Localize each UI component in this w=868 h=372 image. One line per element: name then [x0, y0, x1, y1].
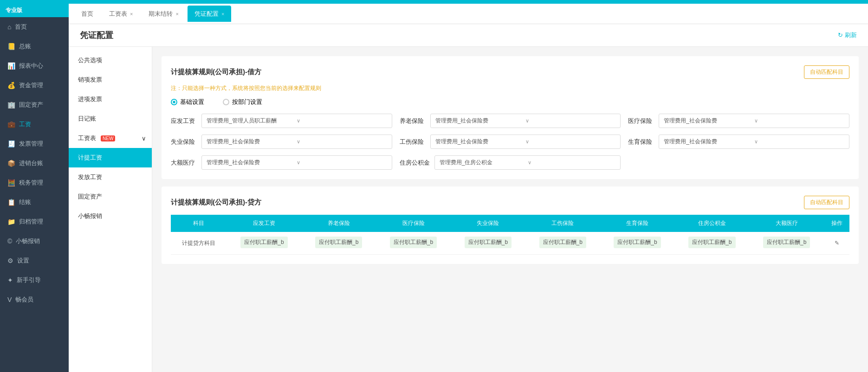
debit-auto-match-button[interactable]: 自动匹配科目 — [804, 65, 849, 79]
radio-department[interactable]: 按部门设置 — [223, 98, 262, 106]
sidebar-item-label: 新手引导 — [17, 276, 41, 284]
left-menu-item-sales-invoice[interactable]: 销项发票 — [69, 70, 152, 90]
sidebar-item-inventory[interactable]: 📦 进销台账 — [0, 154, 69, 173]
xiaochang-icon: © — [7, 237, 12, 245]
shiye-select[interactable]: 管理费用_社会保险费 ∨ — [201, 135, 392, 149]
col-yiliao: 医疗保险 — [376, 215, 451, 232]
tab-period-close[interactable]: 期末结转 × — [142, 6, 185, 22]
reports-icon: 📊 — [7, 62, 15, 70]
col-gongshang: 工伤保险 — [525, 215, 600, 232]
cell-subject: 计提贷方科目 — [171, 232, 227, 255]
left-menu-item-fixed-assets[interactable]: 固定资产 — [69, 187, 152, 206]
left-menu-item-xiaochang-expense[interactable]: 小畅报销 — [69, 206, 152, 226]
tab-close-period[interactable]: × — [175, 11, 178, 17]
left-menu-item-journal[interactable]: 日记账 — [69, 109, 152, 128]
credit-section-title: 计提核算规则(公司承担)-贷方 — [171, 198, 261, 207]
inventory-icon: 📦 — [7, 160, 15, 167]
edit-icon[interactable]: ✎ — [835, 240, 839, 246]
radio-group: 基础设置 按部门设置 — [171, 98, 849, 106]
credit-table: 科目 应发工资 养老保险 医疗保险 失业保险 工伤保险 生育保险 住房公积金 大… — [171, 215, 849, 255]
chevron-down-icon: ∨ — [297, 139, 387, 145]
dayiliao-select[interactable]: 管理费用_社会保险费 ∨ — [201, 155, 392, 170]
chevron-down-icon: ∨ — [142, 135, 146, 142]
debit-warning: 注：只能选择一种方式，系统将按照您当前的选择来配置规则 — [171, 84, 849, 92]
ledger-icon: 📒 — [7, 43, 15, 50]
tab-home[interactable]: 首页 — [74, 6, 100, 22]
left-menu-item-purchase-invoice[interactable]: 进项发票 — [69, 90, 152, 109]
chevron-down-icon: ∨ — [754, 118, 844, 124]
sidebar-item-xiaochang[interactable]: © 小畅报销 — [0, 231, 69, 251]
col-yingfa: 应发工资 — [227, 215, 302, 232]
tab-close-voucher[interactable]: × — [221, 11, 224, 17]
cell-yanglao: 应付职工薪酬_b — [301, 232, 376, 255]
col-subject: 科目 — [171, 215, 227, 232]
gongjijin-select[interactable]: 管理费用_住房公积金 ∨ — [434, 155, 621, 170]
left-menu-item-pay-salary[interactable]: 发放工资 — [69, 167, 152, 187]
sidebar-item-member[interactable]: V 畅会员 — [0, 290, 69, 309]
settings-icon: ⚙ — [7, 257, 13, 264]
radio-basic[interactable]: 基础设置 — [171, 98, 204, 106]
debit-section: 计提核算规则(公司承担)-借方 自动匹配科目 注：只能选择一种方式，系统将按照您… — [162, 56, 859, 179]
field-gongjijin: 住房公积金 管理费用_住房公积金 ∨ — [400, 155, 621, 170]
sidebar-item-label: 设置 — [17, 257, 29, 265]
sidebar-item-ledger[interactable]: 📒 总账 — [0, 37, 69, 56]
member-icon: V — [7, 296, 12, 303]
form-row-1: 应发工资 管理费用_管理人员职工薪酬 ∨ 养老保险 管理费用_社会保险费 — [171, 114, 849, 128]
col-shengyu: 生育保险 — [600, 215, 675, 232]
cell-gongjijin: 应付职工薪酬_b — [674, 232, 749, 255]
sidebar-item-tax[interactable]: 🧮 税务管理 — [0, 173, 69, 192]
credit-section: 计提核算规则(公司承担)-贷方 自动匹配科目 科目 应发工资 养老保险 医疗保险… — [162, 186, 859, 264]
refresh-button[interactable]: ↻ 刷新 — [838, 31, 857, 39]
col-yanglao: 养老保险 — [301, 215, 376, 232]
field-shiye: 失业保险 管理费用_社会保险费 ∨ — [171, 135, 392, 149]
chevron-down-icon: ∨ — [754, 139, 844, 145]
tab-voucher-config[interactable]: 凭证配置 × — [188, 6, 231, 22]
yingfa-select[interactable]: 管理费用_管理人员职工薪酬 ∨ — [201, 114, 392, 128]
sidebar-item-invoice[interactable]: 🧾 发票管理 — [0, 134, 69, 154]
archive-icon: 📁 — [7, 218, 15, 225]
sidebar-item-assets[interactable]: 🏢 固定资产 — [0, 95, 69, 115]
main-area: 首页 工资表 × 期末结转 × 凭证配置 × 凭证配置 ↻ 刷新 — [69, 4, 868, 372]
cell-yingfa: 应付职工薪酬_b — [227, 232, 302, 255]
yiliao-select[interactable]: 管理费用_社会保险费 ∨ — [659, 114, 849, 128]
sidebar-item-archive[interactable]: 📁 归档管理 — [0, 212, 69, 231]
yingfa-label: 应发工资 — [171, 117, 197, 125]
yanglao-select[interactable]: 管理费用_社会保险费 ∨ — [430, 114, 621, 128]
sidebar-item-salary[interactable]: 💼 工资 — [0, 115, 69, 134]
credit-section-header: 计提核算规则(公司承担)-贷方 自动匹配科目 — [171, 196, 849, 209]
app-logo: 专业版 — [0, 4, 69, 17]
sidebar-item-guide[interactable]: ✦ 新手引导 — [0, 270, 69, 290]
main-panel: 计提核算规则(公司承担)-借方 自动匹配科目 注：只能选择一种方式，系统将按照您… — [152, 47, 868, 372]
left-menu-item-accrual-salary[interactable]: 计提工资 — [69, 148, 152, 167]
sidebar-item-reports[interactable]: 📊 报表中心 — [0, 56, 69, 76]
cell-yiliao: 应付职工薪酬_b — [376, 232, 451, 255]
dayiliao-label: 大额医疗 — [171, 159, 197, 167]
field-dayiliao: 大额医疗 管理费用_社会保险费 ∨ — [171, 155, 392, 170]
sidebar-item-label: 发票管理 — [19, 140, 43, 148]
shengyu-select[interactable]: 管理费用_社会保险费 ∨ — [659, 135, 849, 149]
sidebar-item-label: 结账 — [19, 198, 31, 206]
sidebar-item-label: 小畅报销 — [16, 237, 40, 245]
left-menu-item-salary-table[interactable]: 工资表 NEW ∨ — [69, 128, 152, 148]
home-icon: ⌂ — [7, 23, 11, 31]
tab-close-salary[interactable]: × — [130, 11, 133, 17]
sidebar-item-close[interactable]: 📋 结账 — [0, 192, 69, 212]
sidebar-item-label: 归档管理 — [19, 218, 43, 226]
sidebar: 专业版 ⌂ 首页 📒 总账 📊 报表中心 💰 资金管理 🏢 固定资产 💼 工资 … — [0, 4, 69, 372]
yiliao-label: 医疗保险 — [628, 117, 654, 125]
left-menu-item-public[interactable]: 公共选项 — [69, 51, 152, 70]
col-gongjijin: 住房公积金 — [674, 215, 749, 232]
chevron-down-icon: ∨ — [297, 160, 387, 166]
credit-auto-match-button[interactable]: 自动匹配科目 — [804, 196, 849, 209]
page-header: 凭证配置 ↻ 刷新 — [69, 24, 868, 47]
sidebar-item-funds[interactable]: 💰 资金管理 — [0, 76, 69, 95]
table-row: 计提贷方科目 应付职工薪酬_b 应付职工薪酬_b 应付职工薪酬_b — [171, 232, 849, 255]
gongshang-select[interactable]: 管理费用_社会保险费 ∨ — [430, 135, 621, 149]
tab-salary-table[interactable]: 工资表 × — [102, 6, 140, 22]
left-menu: 公共选项 销项发票 进项发票 日记账 工资表 NEW ∨ — [69, 47, 152, 372]
cell-action[interactable]: ✎ — [824, 232, 849, 255]
form-row-3: 大额医疗 管理费用_社会保险费 ∨ 住房公积金 管理费用_住房公积金 — [171, 155, 849, 170]
sidebar-item-settings[interactable]: ⚙ 设置 — [0, 251, 69, 270]
sidebar-item-home[interactable]: ⌂ 首页 — [0, 17, 69, 37]
close-icon: 📋 — [7, 199, 15, 206]
